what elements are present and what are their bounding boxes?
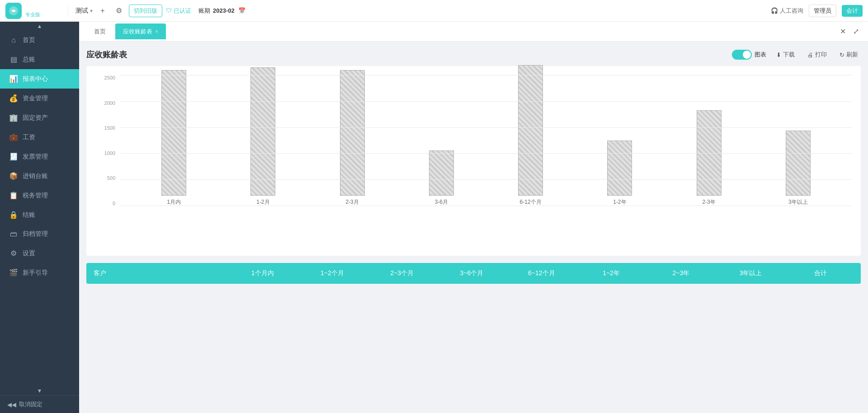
scroll-down-button[interactable]: ▼ <box>0 386 79 395</box>
add-button[interactable]: + <box>96 5 109 17</box>
refresh-icon: ↻ <box>840 52 844 58</box>
y-label: 1000 <box>95 150 118 156</box>
bar-label: 2-3年 <box>702 198 715 206</box>
user-button[interactable]: 管理员 <box>809 5 836 17</box>
bar-group-5: 6-12个月 <box>518 65 543 206</box>
sidebar-item-label: 工资 <box>23 133 35 141</box>
th-3year-plus: 3年以上 <box>717 269 783 277</box>
period-value: 2023-02 <box>213 7 235 14</box>
accountant-button[interactable]: 会计 <box>842 5 863 17</box>
y-label: 2000 <box>95 100 118 106</box>
tax-icon: 📋 <box>9 191 18 200</box>
bar-1月内 <box>161 70 186 196</box>
y-label: 0 <box>95 201 118 206</box>
ledger-icon: ▤ <box>9 55 18 64</box>
tabs-bar: 首页 应收账龄表 × ✕ ⤢ <box>79 22 868 42</box>
sidebar-item-label: 资金管理 <box>23 94 48 103</box>
guide-icon: 🎬 <box>9 268 18 277</box>
bar-label: 1-2月 <box>256 198 269 206</box>
expand-panel-button[interactable]: ⤢ <box>851 25 861 38</box>
download-button[interactable]: ⬇ 下载 <box>774 49 797 61</box>
sidebar-item-home[interactable]: ⌂ 首页 <box>0 31 79 50</box>
settings-button[interactable]: ⚙ <box>113 5 125 17</box>
bar-group-8: 3年以上 <box>786 131 811 206</box>
consult-button[interactable]: 🎧 人工咨询 <box>771 7 803 15</box>
chart-container: 0 500 1000 1500 2000 2500 <box>86 66 861 256</box>
unpin-icon: ◀◀ <box>7 401 16 408</box>
th-1-2year: 1~2年 <box>578 269 644 277</box>
sidebar-item-label: 进销台账 <box>23 172 48 180</box>
sidebar-item-capital[interactable]: 💰 资金管理 <box>0 89 79 108</box>
bars-container: 1月内 1-2月 2-3月 <box>120 75 852 206</box>
unpin-sidebar-button[interactable]: ◀◀ 取消固定 <box>0 395 79 413</box>
content-area: 首页 应收账龄表 × ✕ ⤢ 应收账龄表 <box>79 22 868 413</box>
chevron-down-icon: ▾ <box>90 8 93 14</box>
scroll-up-button[interactable]: ▲ <box>0 22 79 31</box>
sidebar-item-label: 设置 <box>23 249 35 258</box>
tab-label: 应收账龄表 <box>123 28 152 36</box>
th-customer: 客户 <box>94 269 226 277</box>
y-label: 1500 <box>95 125 118 131</box>
chart-toggle[interactable] <box>732 50 752 60</box>
sidebar-scroll: ⌂ 首页 ▤ 总账 📊 报表中心 💰 资金管理 🏢 固定资产 💼 工资 <box>0 31 79 386</box>
tab-ar-aging[interactable]: 应收账龄表 × <box>115 23 166 39</box>
period-info: 账期 2023-02 📅 <box>198 7 245 15</box>
sidebar: ▲ ⌂ 首页 ▤ 总账 📊 报表中心 💰 资金管理 🏢 固定资产 <box>0 22 79 413</box>
close-panel-button[interactable]: ✕ <box>838 25 848 38</box>
calendar-icon[interactable]: 📅 <box>238 7 245 14</box>
print-button[interactable]: 🖨 打印 <box>805 49 830 61</box>
bar-2-3月 <box>340 70 365 196</box>
sidebar-item-salary[interactable]: 💼 工资 <box>0 127 79 147</box>
tab-home[interactable]: 首页 <box>86 23 113 39</box>
bar-group-1: 1月内 <box>161 70 186 206</box>
sidebar-item-archive[interactable]: 🗃 归档管理 <box>0 225 79 244</box>
tab-close-button[interactable]: × <box>155 28 158 35</box>
bar-1-2年 <box>607 141 632 196</box>
th-1-2month: 1~2个月 <box>299 269 365 277</box>
refresh-button[interactable]: ↻ 刷新 <box>837 49 861 61</box>
close-period-icon: 🔒 <box>9 211 18 219</box>
sidebar-item-label: 结账 <box>23 211 35 219</box>
bar-1-2月 <box>250 67 275 196</box>
page-header: 应收账龄表 图表 ⬇ 下载 🖨 打印 <box>86 49 861 61</box>
sidebar-item-assets[interactable]: 🏢 固定资产 <box>0 108 79 127</box>
assets-icon: 🏢 <box>9 113 18 122</box>
logo-text: 畅捷通好会计 <box>25 3 61 11</box>
sidebar-item-tax[interactable]: 📋 税务管理 <box>0 186 79 205</box>
page-title: 应收账龄表 <box>86 49 127 60</box>
certified-badge: 🛡 已认证 <box>166 7 191 15</box>
page-content: 应收账龄表 图表 ⬇ 下载 🖨 打印 <box>79 42 868 413</box>
bar-group-4: 3-6月 <box>429 150 454 206</box>
settings-icon: ⚙ <box>9 249 18 258</box>
sidebar-item-stock[interactable]: 📦 进销台账 <box>0 166 79 186</box>
sidebar-item-label: 总账 <box>23 56 35 64</box>
sidebar-item-invoice[interactable]: 🧾 发票管理 <box>0 147 79 166</box>
y-label: 500 <box>95 175 118 181</box>
sidebar-item-label: 税务管理 <box>23 192 48 200</box>
sidebar-item-settings[interactable]: ⚙ 设置 <box>0 244 79 263</box>
bar-label: 1-2年 <box>613 198 626 206</box>
sidebar-item-ledger[interactable]: ▤ 总账 <box>0 50 79 69</box>
y-label: 2500 <box>95 75 118 80</box>
bar-label: 2-3月 <box>345 198 359 206</box>
logo-sub: 专业版 <box>25 11 61 18</box>
sidebar-item-report[interactable]: 📊 报表中心 <box>0 69 79 89</box>
shield-icon: 🛡 <box>166 7 172 14</box>
chart-plot-area: 1月内 1-2月 2-3月 <box>120 75 852 206</box>
switch-version-button[interactable]: 切到旧版 <box>129 5 162 17</box>
sidebar-item-close[interactable]: 🔒 结账 <box>0 205 79 225</box>
th-3-6month: 3~6个月 <box>439 269 505 277</box>
sidebar-item-label: 首页 <box>23 36 35 44</box>
sidebar-item-guide[interactable]: 🎬 新手引导 <box>0 263 79 282</box>
bar-2-3年 <box>697 110 722 196</box>
project-selector[interactable]: 测试 ▾ <box>75 7 93 15</box>
sidebar-item-label: 固定资产 <box>23 114 48 122</box>
download-icon: ⬇ <box>776 52 781 58</box>
data-table: 客户 1个月内 1~2个月 2~3个月 3~6个月 6~12个月 1~2年 2~… <box>86 263 861 284</box>
y-axis: 0 500 1000 1500 2000 2500 <box>95 75 118 206</box>
top-header: 畅捷通好会计 专业版 测试 ▾ + ⚙ 切到旧版 🛡 已认证 账期 2023-0… <box>0 0 868 22</box>
stock-icon: 📦 <box>9 172 18 180</box>
bar-3-6月 <box>429 150 454 196</box>
table-header: 客户 1个月内 1~2个月 2~3个月 3~6个月 6~12个月 1~2年 2~… <box>86 263 861 284</box>
bar-3年以上 <box>786 131 811 196</box>
